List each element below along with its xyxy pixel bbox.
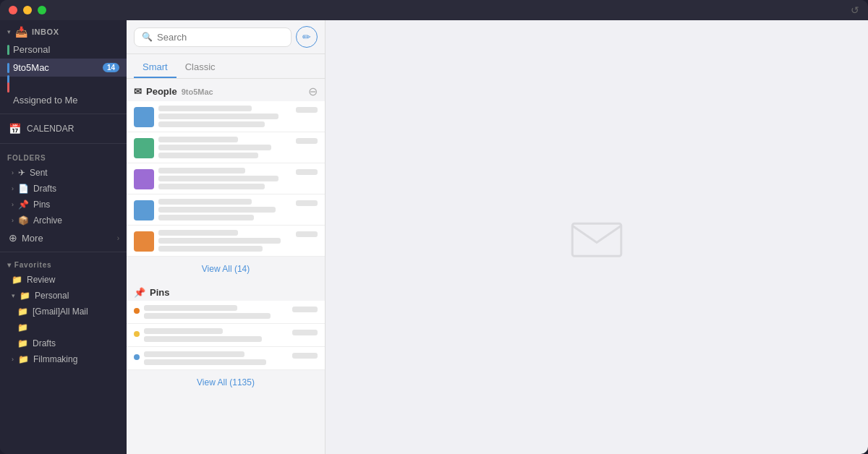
sidebar-folder-drafts[interactable]: › 📄 Drafts xyxy=(0,181,127,197)
review-folder-icon: 📁 xyxy=(12,275,22,285)
favorites-chevron-icon: ▾ xyxy=(7,261,12,269)
table-row[interactable] xyxy=(127,324,325,347)
people-section-title: ✉ People 9to5Mac xyxy=(134,86,213,97)
blurred-pin-sender xyxy=(144,351,244,357)
pin-dot-2 xyxy=(134,331,140,337)
sent-chevron-icon: › xyxy=(12,169,14,176)
people-subtitle: 9to5Mac xyxy=(182,87,213,96)
folders-header: Folders xyxy=(0,148,127,165)
email-time-3 xyxy=(296,168,318,175)
sidebar-item-account4[interactable] xyxy=(0,84,127,91)
email-list-scroll: ✉ People 9to5Mac ⊖ xyxy=(127,79,325,454)
view-all-pins[interactable]: View All (1135) xyxy=(127,370,325,395)
blurred-preview xyxy=(158,153,258,158)
badge-9to5mac: 14 xyxy=(103,63,119,72)
sidebar-sub-allmail[interactable]: 📁 [Gmail]All Mail xyxy=(0,304,127,320)
blurred-pin-time xyxy=(292,330,318,335)
sidebar-folder-archive[interactable]: › 📦 Archive xyxy=(0,213,127,228)
table-row[interactable] xyxy=(127,163,325,194)
people-toggle-icon[interactable]: ⊖ xyxy=(308,85,318,98)
refresh-icon[interactable]: ↺ xyxy=(851,4,859,16)
favorites-header[interactable]: ▾ Favorites xyxy=(0,257,127,272)
email-time-5 xyxy=(296,230,318,237)
pin-dot-1 xyxy=(134,308,140,314)
table-row[interactable] xyxy=(127,301,325,324)
sidebar-item-personal[interactable]: Personal xyxy=(0,40,127,59)
app-body: ▾ 📥 INBOX Personal 9to5Mac 14 xyxy=(0,20,868,454)
pin-time-1 xyxy=(292,305,318,312)
drafts2-icon: 📁 xyxy=(17,338,28,348)
blurred-pin-sender xyxy=(144,305,237,311)
table-row[interactable] xyxy=(127,132,325,163)
blurred-time xyxy=(296,169,318,175)
sidebar-sub-drafts2[interactable]: 📁 Drafts xyxy=(0,335,127,351)
table-row[interactable] xyxy=(127,347,325,370)
envelope-icon: ✉ xyxy=(134,86,142,97)
maximize-button[interactable] xyxy=(38,6,46,14)
sidebar-9to5mac-label: 9to5Mac xyxy=(13,62,49,73)
pins-chevron-icon: › xyxy=(12,201,14,208)
blurred-sender xyxy=(158,199,252,205)
email-time-2 xyxy=(296,137,318,144)
email-content-3 xyxy=(158,168,292,189)
blurred-pin-subject xyxy=(144,313,271,319)
blurred-time xyxy=(296,231,318,237)
drafts-icon: 📄 xyxy=(18,184,29,194)
more-chevron-icon: › xyxy=(117,234,119,242)
search-input[interactable] xyxy=(157,32,284,43)
email-list-pane: 🔍 ✏ Smart Classic ✉ People xyxy=(127,20,326,454)
sidebar-item-9to5mac[interactable]: 9to5Mac 14 xyxy=(0,59,127,77)
sidebar-sub-unknown[interactable]: 📁 xyxy=(0,320,127,335)
sidebar-sub-filmmaking[interactable]: › 📁 Filmmaking xyxy=(0,351,127,367)
inbox-header[interactable]: ▾ 📥 INBOX xyxy=(0,20,127,40)
sidebar-item-account3[interactable] xyxy=(0,77,127,84)
sidebar-more[interactable]: ⊕ More › xyxy=(0,228,127,247)
sidebar-folder-sent[interactable]: › ✈ Sent xyxy=(0,165,127,181)
inbox-label: INBOX xyxy=(32,27,59,36)
calendar-label: CALENDAR xyxy=(27,124,74,134)
app-window: ↺ ▾ 📥 INBOX Personal 9to5Mac 14 xyxy=(0,0,868,454)
people-title: People xyxy=(146,86,177,97)
sidebar-calendar[interactable]: 📅 CALENDAR xyxy=(0,119,127,139)
tab-smart[interactable]: Smart xyxy=(134,57,176,78)
close-button[interactable] xyxy=(9,6,17,14)
minimize-button[interactable] xyxy=(23,6,32,14)
table-row[interactable] xyxy=(127,101,325,132)
sidebar-item-assigned[interactable]: Assigned to Me xyxy=(0,91,127,109)
personal-fav-folder-icon: 📁 xyxy=(20,291,30,301)
compose-button[interactable]: ✏ xyxy=(296,26,318,48)
search-input-wrap[interactable]: 🔍 xyxy=(134,27,292,47)
blurred-preview xyxy=(158,246,263,252)
email-content-1 xyxy=(158,106,292,127)
blurred-subject xyxy=(158,145,271,150)
avatar xyxy=(134,138,154,158)
archive-chevron-icon: › xyxy=(12,217,14,224)
allmail-icon: 📁 xyxy=(17,307,28,317)
tab-classic[interactable]: Classic xyxy=(176,57,224,78)
more-label: More xyxy=(22,233,43,244)
blurred-time xyxy=(296,200,318,206)
sidebar-fav-review[interactable]: 📁 Review xyxy=(0,272,127,288)
blurred-pin-time xyxy=(292,353,318,359)
table-row[interactable] xyxy=(127,226,325,257)
sidebar-folder-pins[interactable]: › 📌 Pins xyxy=(0,197,127,213)
sent-icon: ✈ xyxy=(18,168,25,178)
email-pin-content-2 xyxy=(144,328,288,342)
pin-time-2 xyxy=(292,328,318,335)
sidebar-fav-personal[interactable]: ▾ 📁 Personal xyxy=(0,288,127,304)
svg-rect-0 xyxy=(572,223,621,256)
blurred-time xyxy=(296,138,318,144)
blurred-subject xyxy=(158,113,278,119)
sidebar-divider-3 xyxy=(0,252,127,252)
table-row[interactable] xyxy=(127,194,325,226)
blurred-pin-time xyxy=(292,307,318,312)
view-all-people[interactable]: View All (14) xyxy=(127,257,325,281)
pins-section-title: 📌 Pins xyxy=(134,287,169,298)
inbox-icon: 📥 xyxy=(15,26,27,38)
calendar-icon: 📅 xyxy=(9,123,21,134)
blurred-pin-subject xyxy=(144,336,262,342)
blurred-sender xyxy=(158,168,245,174)
blurred-preview xyxy=(158,121,265,127)
sidebar: ▾ 📥 INBOX Personal 9to5Mac 14 xyxy=(0,20,127,454)
inbox-chevron-icon: ▾ xyxy=(7,28,11,35)
